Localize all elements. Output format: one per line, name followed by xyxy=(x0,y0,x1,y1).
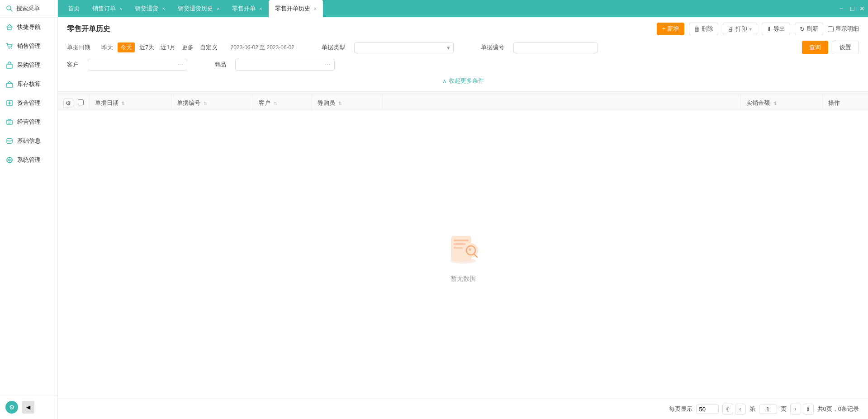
sidebar-item-base-info[interactable]: 基础信息 xyxy=(0,132,57,151)
sidebar-item-sys-mgmt[interactable]: 系统管理 xyxy=(0,151,57,169)
settings-gear-button[interactable]: ⚙ xyxy=(5,401,18,414)
page-title: 零售开单历史 xyxy=(67,24,110,34)
setting-button[interactable]: 设置 xyxy=(832,41,859,54)
svg-rect-5 xyxy=(7,64,12,68)
sidebar-search[interactable]: 搜索采单 xyxy=(0,0,57,18)
table-header-salesperson[interactable]: 导购员 ⇅ xyxy=(312,95,383,111)
maximize-button[interactable]: □ xyxy=(850,5,854,12)
date-opt-7days[interactable]: 近7天 xyxy=(138,42,156,52)
sidebar-item-label: 资金管理 xyxy=(17,99,41,107)
tab-sales-return-history[interactable]: 销货退货历史 × xyxy=(171,0,226,17)
sidebar-item-finance[interactable]: 资金管理 xyxy=(0,94,57,113)
number-filter-label: 单据编号 xyxy=(481,43,504,52)
search-icon xyxy=(5,5,14,13)
sidebar-item-label: 基础信息 xyxy=(17,137,41,145)
table-header-number[interactable]: 单据编号 ⇅ xyxy=(171,95,253,111)
date-opt-more[interactable]: 更多 xyxy=(180,42,195,52)
pagination: 每页显示 50 10 20 100 ⟪ ‹ 第 页 › ⟫ 共0页，0条记录 xyxy=(58,399,868,419)
warehouse-icon xyxy=(5,80,14,88)
tab-label: 销售订单 xyxy=(92,5,116,13)
page-size-select[interactable]: 50 10 20 100 xyxy=(696,405,719,414)
date-opt-custom[interactable]: 自定义 xyxy=(198,42,219,52)
table-header-amount[interactable]: 实销金额 ⇅ xyxy=(741,95,823,111)
export-icon: ⬇ xyxy=(767,26,772,33)
last-page-button[interactable]: ⟫ xyxy=(803,404,814,414)
collapse-button[interactable]: ∧ 收起更多条件 xyxy=(442,75,484,87)
table-header-customer[interactable]: 客户 ⇅ xyxy=(253,95,312,111)
print-icon: 🖨 xyxy=(728,26,734,33)
goods-input[interactable] xyxy=(239,61,323,68)
number-input[interactable] xyxy=(513,42,598,53)
tab-retail-open-history[interactable]: 零售开单历史 × xyxy=(269,0,323,17)
tab-label: 销货退货历史 xyxy=(178,5,213,13)
table-area: ⚙ 单据日期 ⇅ 单据编号 ⇅ xyxy=(58,95,868,419)
svg-point-3 xyxy=(9,48,9,49)
date-filter-label: 单据日期 xyxy=(67,43,90,52)
delete-button[interactable]: 🗑 删除 xyxy=(689,23,718,35)
export-button[interactable]: ⬇ 导出 xyxy=(762,23,790,35)
tab-close-icon[interactable]: × xyxy=(314,6,317,11)
tab-label: 零售开单 xyxy=(232,5,256,13)
prev-page-button[interactable]: ‹ xyxy=(735,404,746,414)
tab-sales-return[interactable]: 销货退货 × xyxy=(128,0,171,17)
print-button[interactable]: 🖨 打印 ▾ xyxy=(723,23,757,35)
goods-input-wrap[interactable]: ··· xyxy=(235,59,335,71)
select-all-checkbox[interactable] xyxy=(78,99,84,105)
date-opt-today[interactable]: 今天 xyxy=(118,42,135,52)
query-button[interactable]: 查询 xyxy=(802,41,828,54)
collapse-label: 收起更多条件 xyxy=(449,77,484,85)
add-button[interactable]: + 新增 xyxy=(657,23,684,35)
tab-close-icon[interactable]: × xyxy=(162,6,165,11)
empty-state: 暂无数据 xyxy=(58,111,868,399)
tab-label: 销货退货 xyxy=(135,5,158,13)
svg-line-1 xyxy=(10,9,12,11)
type-select[interactable] xyxy=(354,42,454,53)
goods-ellipsis-icon[interactable]: ··· xyxy=(325,61,331,69)
tab-sales-order[interactable]: 销售订单 × xyxy=(86,0,128,17)
sidebar-item-sales-mgmt[interactable]: 销售管理 xyxy=(0,37,57,56)
page-number-input[interactable] xyxy=(759,405,777,414)
svg-rect-14 xyxy=(454,240,469,241)
next-page-button[interactable]: › xyxy=(790,404,801,414)
first-page-button[interactable]: ⟪ xyxy=(722,404,733,414)
tab-home[interactable]: 首页 xyxy=(62,0,86,17)
sidebar-item-ops[interactable]: 经营管理 xyxy=(0,113,57,132)
sort-icon: ⇅ xyxy=(338,101,342,106)
tab-retail-open[interactable]: 零售开单 × xyxy=(226,0,268,17)
customer-input[interactable] xyxy=(92,61,175,68)
sidebar-item-inventory[interactable]: 库存核算 xyxy=(0,75,57,94)
table-header-checkbox-col: ⚙ xyxy=(58,95,89,111)
date-opt-1month[interactable]: 近1月 xyxy=(159,42,177,52)
customer-ellipsis-icon[interactable]: ··· xyxy=(177,61,183,69)
sidebar-collapse-button[interactable]: ◀ xyxy=(22,401,34,414)
goods-filter-label: 商品 xyxy=(214,61,226,69)
export-label: 导出 xyxy=(773,25,785,33)
date-opt-yesterday[interactable]: 昨天 xyxy=(100,42,115,52)
customer-input-wrap[interactable]: ··· xyxy=(88,59,187,71)
svg-point-11 xyxy=(9,159,10,161)
total-info: 共0页，0条记录 xyxy=(817,405,859,413)
sort-icon: ⇅ xyxy=(773,101,777,106)
delete-label: 删除 xyxy=(702,25,713,33)
delete-icon: 🗑 xyxy=(694,26,700,33)
display-col-checkbox-row[interactable]: 显示明细 xyxy=(828,25,859,33)
ops-icon xyxy=(5,118,14,126)
refresh-button[interactable]: ↻ 刷新 xyxy=(795,23,823,35)
table-gear-icon[interactable]: ⚙ xyxy=(63,99,73,108)
refresh-label: 刷新 xyxy=(806,25,818,33)
tab-close-icon[interactable]: × xyxy=(217,6,219,11)
tab-close-icon[interactable]: × xyxy=(259,6,262,11)
display-col-checkbox[interactable] xyxy=(828,26,834,32)
tab-close-icon[interactable]: × xyxy=(119,6,122,11)
minimize-button[interactable]: － xyxy=(838,4,845,14)
tab-label: 零售开单历史 xyxy=(275,5,310,13)
sidebar-item-purchase-mgmt[interactable]: 采购管理 xyxy=(0,56,57,75)
header-amount-label: 实销金额 xyxy=(746,99,770,106)
sidebar-item-quick-nav[interactable]: 快捷导航 xyxy=(0,18,57,37)
box-icon xyxy=(5,61,14,69)
close-button[interactable]: × xyxy=(859,4,864,14)
tab-label: 首页 xyxy=(68,5,80,13)
svg-rect-2 xyxy=(8,27,11,30)
table-header-date[interactable]: 单据日期 ⇅ xyxy=(89,95,171,111)
header-salesperson-label: 导购员 xyxy=(318,99,335,106)
